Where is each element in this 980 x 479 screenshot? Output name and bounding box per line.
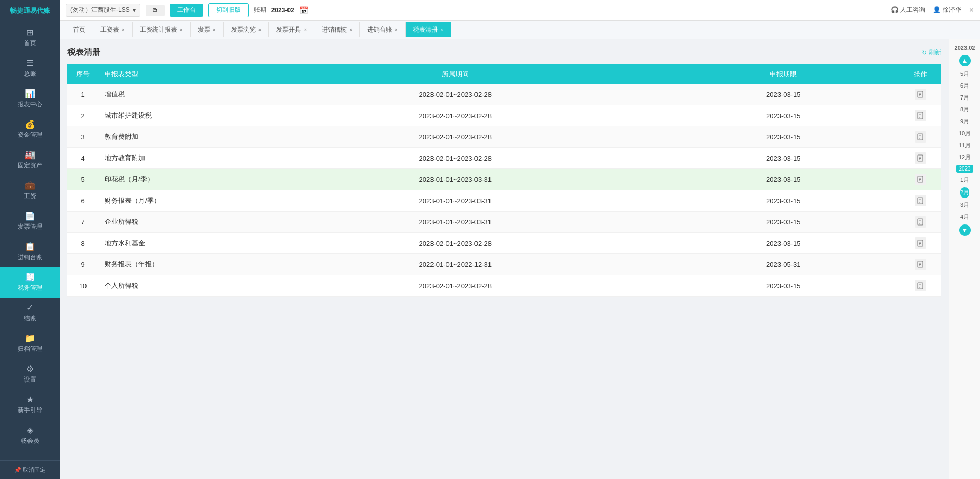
tabbar: 首页 工资表 × 工资统计报表 × 发票 × 发票浏览 × 发票开具 × 进销稽… xyxy=(60,21,980,39)
tab-close-icon[interactable]: × xyxy=(213,27,216,33)
sidebar-item-guide[interactable]: ★ 新手引导 xyxy=(0,389,60,420)
month-4[interactable]: 4月 xyxy=(960,211,969,223)
reports-icon: 📊 xyxy=(25,89,35,98)
cell-type: 教育费附加 xyxy=(98,126,243,148)
tab-purchase-ledger[interactable]: 进销台账 × xyxy=(360,22,406,37)
headset-icon: 🎧 xyxy=(891,6,899,13)
tab-purchase-audit[interactable]: 进销稽核 × xyxy=(314,22,360,37)
col-header-type: 申报表类型 xyxy=(98,64,243,84)
sidebar-item-invoice-mgmt[interactable]: 📄 发票管理 xyxy=(0,206,60,236)
month-7[interactable]: 7月 xyxy=(960,92,969,104)
sidebar-item-finance[interactable]: 💰 资金管理 xyxy=(0,114,60,145)
month-2-active[interactable]: 2月 xyxy=(960,187,969,198)
guide-icon: ★ xyxy=(26,395,34,404)
table-row: 9 财务报表（年报） 2022-01-01~2022-12-31 2023-05… xyxy=(67,254,941,275)
action-button[interactable] xyxy=(915,174,926,185)
document-icon xyxy=(917,133,924,140)
action-button[interactable] xyxy=(915,152,926,164)
tab-salary-stats[interactable]: 工资统计报表 × xyxy=(133,22,191,37)
sidebar-item-purchase-sales[interactable]: 📋 进销台账 xyxy=(0,236,60,267)
action-button[interactable] xyxy=(915,195,926,206)
window-close-icon[interactable]: × xyxy=(969,6,974,15)
next-nav-button[interactable]: ▼ xyxy=(959,224,971,236)
page-title: 税表清册 xyxy=(67,47,100,58)
member-icon: ◈ xyxy=(27,425,33,435)
tab-invoice[interactable]: 发票 × xyxy=(191,22,224,37)
cell-period: 2023-02-01~2023-02-28 xyxy=(243,148,667,169)
tab-close-icon[interactable]: × xyxy=(304,27,307,33)
cell-deadline: 2023-03-15 xyxy=(667,148,900,169)
tab-close-icon[interactable]: × xyxy=(395,27,398,33)
cell-action xyxy=(900,148,941,169)
tab-close-icon[interactable]: × xyxy=(180,27,183,33)
cell-type: 财务报表（月/季） xyxy=(98,190,243,212)
content-area: 税表清册 ↻ 刷新 序号 申报表类型 所属期间 申报期限 操作 xyxy=(60,39,980,479)
action-button[interactable] xyxy=(915,110,926,121)
cell-deadline: 2023-03-15 xyxy=(667,126,900,148)
tab-invoice-open[interactable]: 发票开具 × xyxy=(269,22,314,37)
salary-icon: 💼 xyxy=(25,180,35,190)
switch-old-button[interactable]: 切到旧版 xyxy=(208,3,249,17)
action-button[interactable] xyxy=(915,216,926,228)
month-1[interactable]: 1月 xyxy=(960,174,969,186)
month-12[interactable]: 12月 xyxy=(959,151,971,163)
sidebar-item-assets[interactable]: 🏭 固定资产 xyxy=(0,145,60,175)
copy-button[interactable]: ⧉ xyxy=(146,5,165,16)
tab-invoice-browse[interactable]: 发票浏览 × xyxy=(224,22,269,37)
company-selector[interactable]: (勿动）江西股生-LSS ▾ xyxy=(66,4,140,17)
col-header-deadline: 申报期限 xyxy=(667,64,900,84)
sidebar-item-close[interactable]: ✓ 结账 xyxy=(0,298,60,328)
table-row: 5 印花税（月/季） 2023-01-01~2023-03-31 2023-03… xyxy=(67,169,941,190)
tab-close-icon[interactable]: × xyxy=(349,27,352,33)
sidebar-item-settings[interactable]: ⚙ 设置 xyxy=(0,359,60,389)
topbar-right: 🎧 人工咨询 👤 徐泽华 × xyxy=(891,6,974,15)
month-5[interactable]: 5月 xyxy=(960,68,969,80)
cell-period: 2023-01-01~2023-03-31 xyxy=(243,169,667,190)
sidebar-item-home[interactable]: ⊞ 首页 xyxy=(0,22,60,53)
cell-deadline: 2023-03-15 xyxy=(667,105,900,126)
purchase-sales-icon: 📋 xyxy=(25,242,35,251)
month-9[interactable]: 9月 xyxy=(960,116,969,128)
cell-period: 2022-01-01~2022-12-31 xyxy=(243,254,667,275)
action-button[interactable] xyxy=(915,131,926,143)
month-6[interactable]: 6月 xyxy=(960,80,969,92)
refresh-button[interactable]: ↻ 刷新 xyxy=(921,48,941,57)
col-header-seq: 序号 xyxy=(67,64,98,84)
cell-seq: 5 xyxy=(67,169,98,190)
cell-type: 地方教育附加 xyxy=(98,148,243,169)
customer-service[interactable]: 🎧 人工咨询 xyxy=(891,6,925,15)
cell-deadline: 2023-03-15 xyxy=(667,190,900,212)
sidebar-item-tax[interactable]: 🧾 税务管理 xyxy=(0,267,60,298)
tab-home[interactable]: 首页 xyxy=(66,22,93,37)
tab-close-icon[interactable]: × xyxy=(258,27,262,33)
sidebar-item-salary[interactable]: 💼 工资 xyxy=(0,175,60,206)
calendar-icon[interactable]: 📅 xyxy=(299,6,308,15)
sidebar-item-member[interactable]: ◈ 畅会员 xyxy=(0,420,60,450)
tab-tax-list[interactable]: 税表清册 × xyxy=(406,22,451,37)
sidebar-item-archive[interactable]: 📁 归档管理 xyxy=(0,328,60,359)
unpin-button[interactable]: 📌 取消固定 xyxy=(0,460,60,479)
month-11[interactable]: 11月 xyxy=(959,139,971,151)
prev-nav-button[interactable]: ▲ xyxy=(959,55,971,66)
month-3[interactable]: 3月 xyxy=(960,199,969,211)
tab-salary-table[interactable]: 工资表 × xyxy=(93,22,133,37)
month-8[interactable]: 8月 xyxy=(960,104,969,116)
cell-deadline: 2023-03-15 xyxy=(667,169,900,190)
table-row: 6 财务报表（月/季） 2023-01-01~2023-03-31 2023-0… xyxy=(67,190,941,212)
close-books-icon: ✓ xyxy=(26,303,33,313)
month-10[interactable]: 10月 xyxy=(959,128,971,139)
refresh-icon: ↻ xyxy=(921,49,927,57)
tab-close-icon[interactable]: × xyxy=(440,27,443,33)
action-button[interactable] xyxy=(915,280,926,291)
cell-seq: 3 xyxy=(67,126,98,148)
action-button[interactable] xyxy=(915,259,926,270)
action-button[interactable] xyxy=(915,237,926,249)
cell-action xyxy=(900,254,941,275)
table-row: 10 个人所得税 2023-02-01~2023-02-28 2023-03-1… xyxy=(67,275,941,297)
workbench-button[interactable]: 工作台 xyxy=(170,4,203,17)
user-info[interactable]: 👤 徐泽华 xyxy=(933,6,961,15)
action-button[interactable] xyxy=(915,89,926,100)
sidebar-item-reports[interactable]: 📊 报表中心 xyxy=(0,83,60,114)
sidebar-item-ledger[interactable]: ☰ 总账 xyxy=(0,53,60,83)
tab-close-icon[interactable]: × xyxy=(122,27,125,33)
